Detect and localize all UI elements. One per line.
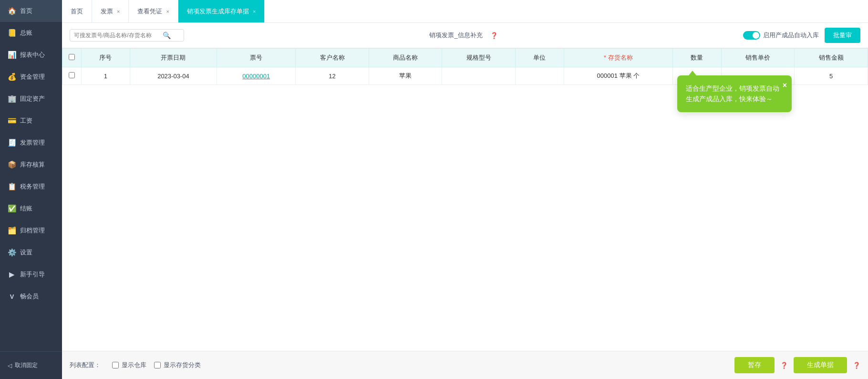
table-header-unit: 单位	[515, 49, 564, 67]
table-header-price: 销售单价	[721, 49, 795, 67]
close-accounts-icon: ✅	[8, 204, 16, 213]
tax-icon: 📋	[8, 182, 16, 191]
row-checkbox-cell	[62, 67, 82, 85]
toggle-track[interactable]	[743, 31, 760, 40]
list-config-label: 列表配置：	[70, 361, 101, 369]
save-button[interactable]: 暂存	[734, 357, 775, 373]
member-icon: V	[8, 293, 16, 300]
tab-voucher-label: 查看凭证	[137, 7, 162, 16]
show-category-checkbox-label[interactable]: 显示存货分类	[154, 361, 201, 369]
home-icon: 🏠	[8, 7, 16, 15]
sidebar-item-ledger[interactable]: 📒 总账	[0, 22, 62, 44]
sidebar-item-funds[interactable]: 💰 资金管理	[0, 66, 62, 88]
sidebar-item-label: 新手引导	[20, 270, 45, 279]
settings-icon: ⚙️	[8, 248, 16, 257]
pin-row[interactable]: ◁ 取消固定	[0, 357, 62, 374]
archive-icon: 🗂️	[8, 226, 16, 235]
sidebar-item-close[interactable]: ✅ 结账	[0, 198, 62, 220]
row-date: 2023-03-04	[130, 67, 217, 85]
tab-generate-stock-close-icon[interactable]: ×	[253, 9, 256, 14]
table-header-goods: 商品名称	[369, 49, 442, 67]
main-area: 首页 发票 × 查看凭证 × 销项发票生成库存单据 × 🔍 销项发票_信息补充	[62, 0, 868, 379]
sidebar: 🏠 首页 📒 总账 📊 报表中心 💰 资金管理 🏢 固定资产 💳 工资 🧾 发票…	[0, 0, 62, 379]
table-header-spec: 规格型号	[442, 49, 516, 67]
toolbar: 🔍 销项发票_信息补充 ❓ 启用产成品自动入库 批量审	[62, 23, 868, 48]
sidebar-item-label: 报表中心	[20, 51, 45, 59]
sidebar-item-label: 归档管理	[20, 226, 45, 235]
guide-icon: ▶	[8, 270, 16, 279]
sidebar-item-guide[interactable]: ▶ 新手引导	[0, 263, 62, 285]
toggle-label: 启用产成品自动入库	[763, 31, 819, 40]
sidebar-item-label: 固定资产	[20, 95, 45, 103]
bottom-actions: 暂存 ❓ 生成单据 ❓	[734, 357, 860, 373]
search-input[interactable]	[74, 32, 160, 39]
sidebar-item-label: 结账	[20, 204, 32, 213]
tab-home-label: 首页	[71, 7, 83, 16]
select-all-checkbox[interactable]	[69, 54, 75, 60]
generate-button[interactable]: 生成单据	[794, 357, 847, 373]
tooltip-text: 适合生产型企业，销项发票自动生成产成品入库，快来体验～	[686, 84, 779, 103]
sidebar-item-label: 总账	[20, 29, 32, 37]
row-unit	[515, 67, 564, 85]
sidebar-item-label: 库存核算	[20, 160, 45, 169]
sidebar-item-reports[interactable]: 📊 报表中心	[0, 44, 62, 66]
sidebar-item-invoices[interactable]: 🧾 发票管理	[0, 132, 62, 154]
row-seq: 1	[82, 67, 130, 85]
search-box[interactable]: 🔍	[70, 29, 184, 42]
sidebar-item-archive[interactable]: 🗂️ 归档管理	[0, 220, 62, 242]
sidebar-item-label: 畅会员	[20, 292, 39, 301]
sidebar-item-inventory[interactable]: 📦 库存核算	[0, 154, 62, 176]
row-ticket[interactable]: 00000001	[217, 67, 296, 85]
row-goods: 苹果	[369, 67, 442, 85]
sidebar-item-assets[interactable]: 🏢 固定资产	[0, 88, 62, 110]
row-customer: 12	[296, 67, 369, 85]
table-header-customer: 客户名称	[296, 49, 369, 67]
table-header-checkbox	[62, 49, 82, 67]
table-header-amount: 销售金额	[795, 49, 868, 67]
tab-voucher[interactable]: 查看凭证 ×	[129, 0, 178, 22]
sidebar-item-home[interactable]: 🏠 首页	[0, 0, 62, 22]
generate-help-icon[interactable]: ❓	[853, 362, 860, 369]
sidebar-item-label: 资金管理	[20, 73, 45, 81]
sidebar-item-label: 工资	[20, 116, 32, 125]
search-icon[interactable]: 🔍	[163, 32, 171, 39]
sidebar-bottom: ◁ 取消固定	[0, 351, 62, 379]
funds-icon: 💰	[8, 73, 16, 81]
tab-bar: 首页 发票 × 查看凭证 × 销项发票生成库存单据 ×	[62, 0, 868, 23]
sidebar-item-tax[interactable]: 📋 税务管理	[0, 176, 62, 198]
ledger-icon: 📒	[8, 29, 16, 37]
toolbar-right: 启用产成品自动入库 批量审	[743, 28, 860, 43]
save-help-icon[interactable]: ❓	[780, 362, 788, 369]
table-header-inventory: * 存货名称	[564, 49, 673, 67]
sidebar-item-label: 发票管理	[20, 138, 45, 147]
toggle-thumb	[753, 32, 759, 39]
help-icon[interactable]: ❓	[490, 32, 498, 39]
tab-invoice-close-icon[interactable]: ×	[117, 9, 120, 14]
sidebar-item-salary[interactable]: 💳 工资	[0, 110, 62, 132]
tab-generate-stock[interactable]: 销项发票生成库存单据 ×	[178, 0, 265, 22]
show-warehouse-label: 显示仓库	[122, 361, 146, 369]
tab-home[interactable]: 首页	[62, 0, 92, 22]
bottom-bar: 列表配置： 显示仓库 显示存货分类 暂存 ❓ 生成单据 ❓	[62, 351, 868, 379]
show-category-checkbox[interactable]	[154, 362, 161, 368]
tooltip-popup: × 适合生产型企业，销项发票自动生成产成品入库，快来体验～	[677, 75, 792, 112]
tab-voucher-close-icon[interactable]: ×	[166, 9, 169, 14]
tab-invoice[interactable]: 发票 ×	[92, 0, 129, 22]
info-label: 销项发票_信息补充	[429, 31, 482, 40]
tooltip-close-icon[interactable]: ×	[783, 79, 787, 92]
table-header-date: 开票日期	[130, 49, 217, 67]
row-inventory: 000001 苹果 个	[564, 67, 673, 85]
show-warehouse-checkbox[interactable]	[112, 362, 119, 368]
tab-generate-stock-label: 销项发票生成库存单据	[187, 7, 249, 16]
sidebar-item-label: 设置	[20, 248, 32, 257]
row-checkbox[interactable]	[69, 72, 75, 78]
show-warehouse-checkbox-label[interactable]: 显示仓库	[112, 361, 146, 369]
batch-button[interactable]: 批量审	[825, 28, 860, 43]
sidebar-item-settings[interactable]: ⚙️ 设置	[0, 242, 62, 263]
invoices-icon: 🧾	[8, 138, 16, 147]
toggle-switch[interactable]: 启用产成品自动入库	[743, 31, 819, 40]
salary-icon: 💳	[8, 116, 16, 125]
row-amount: 5	[795, 67, 868, 85]
sidebar-item-member[interactable]: V 畅会员	[0, 285, 62, 307]
toolbar-left: 🔍	[70, 29, 184, 42]
